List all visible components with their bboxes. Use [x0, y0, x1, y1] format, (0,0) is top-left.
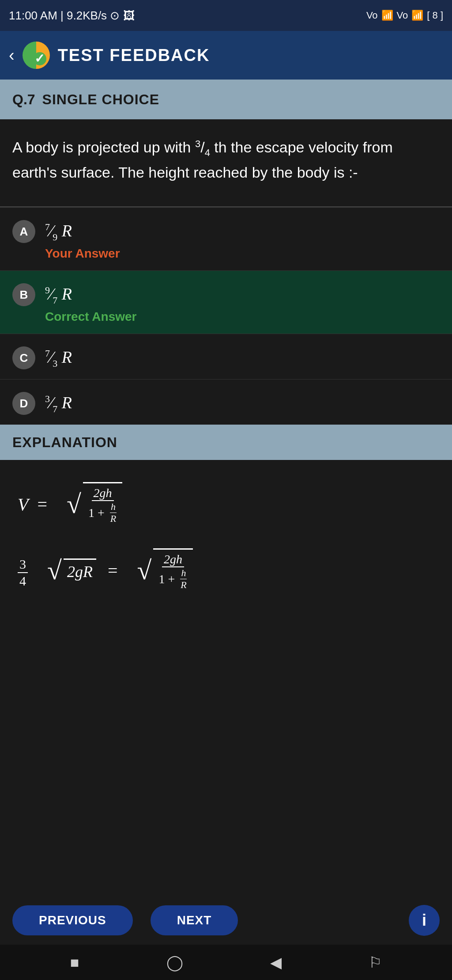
page-title: TEST FEEDBACK: [58, 46, 210, 65]
question-text: A body is projected up with 3/4 th the e…: [12, 135, 440, 184]
question-header: Q.7 SINGLE CHOICE: [0, 80, 452, 119]
sqrt-formula-1: √ 2gh 1 + h R: [54, 482, 122, 526]
lte2-icon: Vo: [397, 10, 408, 21]
android-nav-bar: ■ ◯ ◀ ⚐: [0, 945, 452, 980]
android-square-icon[interactable]: ■: [70, 954, 79, 971]
formula-v: V =: [18, 494, 47, 515]
back-icon[interactable]: ‹: [9, 46, 15, 65]
formula-three-fourths: 3 4: [18, 552, 28, 589]
android-accessibility-icon[interactable]: ⚐: [369, 953, 382, 971]
signal-icon: 📶: [381, 10, 393, 21]
previous-button[interactable]: PREVIOUS: [12, 905, 133, 935]
formula-line-2: 3 4 √ 2gR = √ 2gh 1 + h R: [18, 548, 434, 593]
status-icons: Vo 📶 Vo 📶 [ 8 ]: [366, 10, 443, 21]
equals-sign: =: [103, 560, 118, 581]
option-a[interactable]: A 7⁄9 R Your Answer: [0, 207, 452, 270]
option-b-text: 9⁄7 R: [45, 284, 72, 306]
info-button[interactable]: i: [409, 905, 440, 936]
option-a-badge: A: [12, 220, 35, 243]
explanation-body: V = √ 2gh 1 + h R 3: [0, 460, 452, 725]
option-d-badge: D: [12, 392, 35, 415]
android-home-icon[interactable]: ◯: [166, 953, 183, 971]
option-a-text: 7⁄9 R: [45, 221, 72, 243]
your-answer-label: Your Answer: [45, 247, 440, 261]
lte-icon: Vo: [366, 10, 378, 21]
status-time-network: 11:00 AM | 9.2KB/s ⊙ 🖼: [9, 9, 135, 23]
question-number: Q.7: [12, 91, 35, 108]
android-back-icon[interactable]: ◀: [270, 953, 282, 971]
option-d[interactable]: D 3⁄7 R: [0, 379, 452, 425]
explanation-title: EXPLANATION: [12, 434, 117, 451]
options-container: A 7⁄9 R Your Answer B 9⁄7 R Correct Answ…: [0, 207, 452, 425]
correct-answer-label: Correct Answer: [45, 310, 440, 324]
bottom-navigation: PREVIOUS NEXT i: [0, 896, 452, 945]
question-type: SINGLE CHOICE: [42, 91, 159, 108]
formula-2gr-text: 2gR: [67, 562, 93, 581]
sqrt-2gr: √ 2gR: [35, 558, 96, 583]
explanation-header: EXPLANATION: [0, 425, 452, 460]
battery-icon: [ 8 ]: [427, 10, 443, 21]
option-c-badge: C: [12, 346, 35, 369]
app-logo: [23, 42, 50, 69]
header: ‹ TEST FEEDBACK: [0, 31, 452, 80]
option-c[interactable]: C 7⁄3 R: [0, 334, 452, 379]
option-d-text: 3⁄7 R: [45, 393, 72, 415]
question-body: A body is projected up with 3/4 th the e…: [0, 119, 452, 207]
signal2-icon: 📶: [411, 10, 423, 21]
next-button[interactable]: NEXT: [151, 905, 238, 935]
option-c-text: 7⁄3 R: [45, 347, 72, 369]
option-b[interactable]: B 9⁄7 R Correct Answer: [0, 270, 452, 334]
option-b-badge: B: [12, 283, 35, 306]
status-bar: 11:00 AM | 9.2KB/s ⊙ 🖼 Vo 📶 Vo 📶 [ 8 ]: [0, 0, 452, 31]
sqrt-formula-2: √ 2gh 1 + h R: [125, 548, 193, 593]
formula-line-1: V = √ 2gh 1 + h R: [18, 482, 434, 526]
